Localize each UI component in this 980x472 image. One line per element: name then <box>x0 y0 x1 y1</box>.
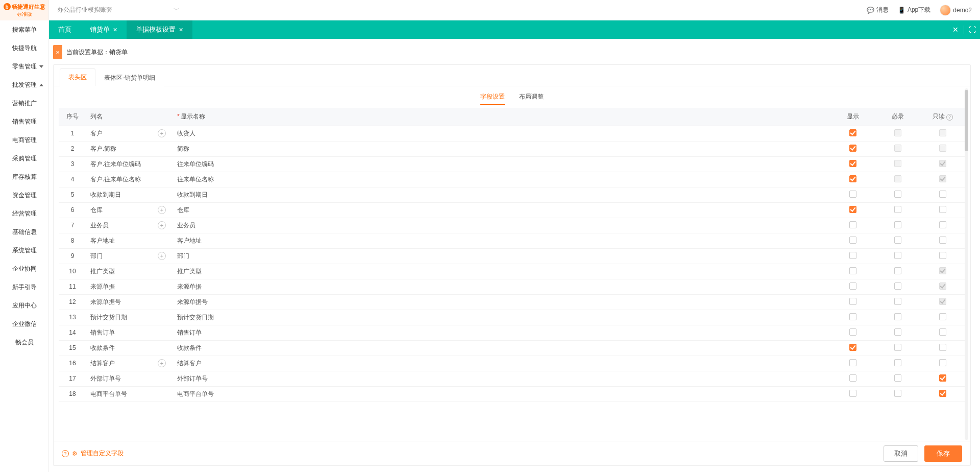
fields-table-scroll[interactable]: 序号 列名 *显示名称 显示 必录 只读? 1客户+收货人2客户 <box>54 108 970 441</box>
checkbox[interactable] <box>849 359 856 366</box>
checkbox[interactable] <box>849 313 856 320</box>
checkbox[interactable] <box>894 374 901 382</box>
card-tab-header-area[interactable]: 表头区 <box>60 68 95 86</box>
cell-displayname[interactable]: 预计交货日期 <box>173 310 830 325</box>
vertical-scrollbar[interactable] <box>965 88 968 440</box>
checkbox[interactable] <box>849 221 856 228</box>
checkbox[interactable] <box>894 191 901 198</box>
tabbar-fullscreen[interactable]: ⛶ <box>964 26 980 34</box>
messages-button[interactable]: 💬 消息 <box>867 6 889 14</box>
checkbox[interactable] <box>939 191 946 198</box>
cell-displayname[interactable]: 部门 <box>173 248 830 264</box>
cell-displayname[interactable]: 简称 <box>173 141 830 156</box>
help-icon[interactable]: ? <box>946 114 953 121</box>
close-icon[interactable]: ✕ <box>113 27 117 33</box>
sidebar-item[interactable]: 畅会员 <box>0 333 48 351</box>
cell-displayname[interactable]: 结算客户 <box>173 356 830 371</box>
checkbox[interactable] <box>894 390 901 397</box>
manage-custom-fields-link[interactable]: ⚙ 管理自定义字段 <box>62 449 124 458</box>
sidebar-item[interactable]: 新手引导 <box>0 278 48 296</box>
cancel-button[interactable]: 取消 <box>884 445 918 462</box>
checkbox[interactable] <box>939 206 946 213</box>
mode-tab-field-settings[interactable]: 字段设置 <box>480 92 505 105</box>
checkbox[interactable] <box>939 359 946 366</box>
sidebar-item[interactable]: 经营管理 <box>0 204 48 223</box>
sidebar-item[interactable]: 应用中心 <box>0 296 48 315</box>
add-subcolumn-icon[interactable]: + <box>158 206 166 214</box>
cell-displayname[interactable]: 往来单位编码 <box>173 156 830 172</box>
checkbox[interactable] <box>894 221 901 228</box>
checkbox[interactable] <box>849 298 856 305</box>
checkbox[interactable] <box>849 175 856 182</box>
cell-displayname[interactable]: 电商平台单号 <box>173 386 830 402</box>
tab-template-settings[interactable]: 单据模板设置 ✕ <box>127 20 192 39</box>
cell-displayname[interactable]: 收款条件 <box>173 340 830 356</box>
sidebar-item[interactable]: 零售管理 <box>0 57 48 76</box>
sidebar-item[interactable]: 系统管理 <box>0 241 48 259</box>
sidebar-item[interactable]: 企业微信 <box>0 315 48 333</box>
account-switcher[interactable]: 办公品行业模拟账套 ﹀ <box>57 6 180 14</box>
checkbox[interactable] <box>849 282 856 290</box>
cell-displayname[interactable]: 外部订单号 <box>173 371 830 386</box>
checkbox[interactable] <box>849 206 856 213</box>
checkbox[interactable] <box>939 252 946 259</box>
sidebar-item[interactable]: 基础信息 <box>0 223 48 241</box>
checkbox[interactable] <box>894 252 901 259</box>
card-tab-body-area[interactable]: 表体区-销货单明细 <box>95 69 164 86</box>
checkbox[interactable] <box>894 298 901 305</box>
checkbox[interactable] <box>939 390 946 397</box>
save-button[interactable]: 保存 <box>924 445 962 462</box>
cell-displayname[interactable]: 业务员 <box>173 218 830 233</box>
mode-tab-layout[interactable]: 布局调整 <box>519 92 544 105</box>
checkbox[interactable] <box>894 344 901 351</box>
sidebar-subitem[interactable]: 营销推广 <box>0 94 48 112</box>
checkbox[interactable] <box>939 344 946 351</box>
tabbar-close-all[interactable]: ✕ <box>947 26 964 34</box>
sidebar-item[interactable]: 批发管理 <box>0 76 48 94</box>
checkbox[interactable] <box>894 282 901 290</box>
cell-displayname[interactable]: 推广类型 <box>173 264 830 279</box>
checkbox[interactable] <box>894 328 901 336</box>
sidebar-item[interactable]: 电商管理 <box>0 131 48 149</box>
checkbox[interactable] <box>894 313 901 320</box>
sidebar-item[interactable]: 企业协同 <box>0 259 48 278</box>
vertical-scrollbar-thumb[interactable] <box>965 90 968 151</box>
close-icon[interactable]: ✕ <box>179 27 183 33</box>
checkbox[interactable] <box>894 206 901 213</box>
cell-displayname[interactable]: 销售订单 <box>173 325 830 340</box>
checkbox[interactable] <box>849 160 856 167</box>
cell-displayname[interactable]: 收货人 <box>173 126 830 141</box>
checkbox[interactable] <box>894 359 901 366</box>
checkbox[interactable] <box>849 344 856 351</box>
sidebar-item[interactable]: 搜索菜单 <box>0 20 48 39</box>
tab-sales-doc[interactable]: 销货单 ✕ <box>81 20 127 39</box>
checkbox[interactable] <box>939 328 946 336</box>
sidebar-item[interactable]: 资金管理 <box>0 186 48 204</box>
checkbox[interactable] <box>849 129 856 136</box>
checkbox[interactable] <box>849 252 856 259</box>
add-subcolumn-icon[interactable]: + <box>158 129 166 137</box>
cell-displayname[interactable]: 往来单位名称 <box>173 172 830 187</box>
add-subcolumn-icon[interactable]: + <box>158 221 166 229</box>
checkbox[interactable] <box>849 328 856 336</box>
user-menu[interactable]: demo2 <box>940 5 972 16</box>
sidebar-item[interactable]: 库存核算 <box>0 168 48 186</box>
cell-displayname[interactable]: 客户地址 <box>173 233 830 248</box>
checkbox[interactable] <box>849 374 856 382</box>
checkbox[interactable] <box>849 237 856 244</box>
checkbox[interactable] <box>939 221 946 228</box>
add-subcolumn-icon[interactable]: + <box>158 252 166 260</box>
checkbox[interactable] <box>939 237 946 244</box>
checkbox[interactable] <box>849 390 856 397</box>
sidebar-item[interactable]: 采购管理 <box>0 149 48 168</box>
sidebar-subitem[interactable]: 销售管理 <box>0 112 48 131</box>
app-download-button[interactable]: 📱 App下载 <box>898 6 930 14</box>
checkbox[interactable] <box>939 374 946 382</box>
checkbox[interactable] <box>849 267 856 274</box>
checkbox[interactable] <box>894 237 901 244</box>
sidebar-item[interactable]: 快捷导航 <box>0 39 48 57</box>
checkbox[interactable] <box>849 145 856 152</box>
tab-home[interactable]: 首页 <box>49 20 81 39</box>
cell-displayname[interactable]: 来源单据号 <box>173 294 830 310</box>
checkbox[interactable] <box>894 267 901 274</box>
